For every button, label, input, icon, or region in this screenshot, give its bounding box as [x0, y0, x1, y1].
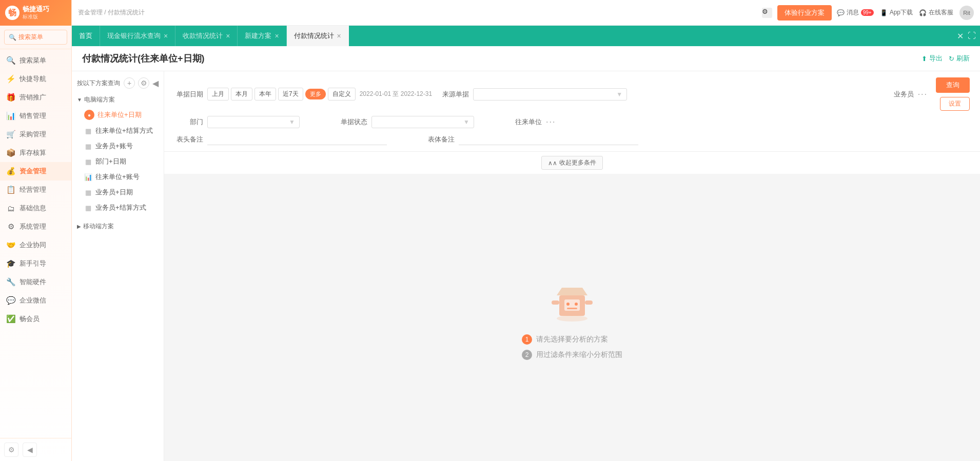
mobile-section-label: 移动端方案 [83, 222, 114, 231]
export-button[interactable]: ⬆ 导出 [922, 54, 943, 63]
tab-cash-flow-label: 现金银行流水查询 [107, 31, 161, 41]
scheme-item-icon: ▦ [84, 204, 92, 212]
dept-select-arrow-icon: ▼ [289, 118, 295, 126]
sidebar-item-cooperation[interactable]: 🤝 企业协同 [0, 236, 71, 254]
tab-collection-stats[interactable]: 收款情况统计 × [175, 26, 238, 46]
sidebar-item-member[interactable]: ✅ 畅会员 [0, 310, 71, 328]
scheme-item-icon: ▦ [84, 127, 92, 135]
maximize-button[interactable]: ⛶ [968, 31, 976, 41]
search-menu-button[interactable]: 🔍 搜索菜单 [4, 30, 67, 45]
empty-tip-2-text: 用过滤条件来缩小分析范围 [536, 350, 622, 359]
scheme-settings-button[interactable]: ⚙ [138, 77, 149, 89]
query-button[interactable]: 查询 [936, 77, 970, 93]
table-body-remark-field: 表体备注 [426, 133, 638, 145]
refresh-button[interactable]: ↻ 刷新 [949, 54, 970, 63]
scheme-collapse-button[interactable]: ◀ [152, 78, 159, 88]
quick-nav-icon: ⚡ [6, 74, 15, 84]
sidebar-item-label: 销售管理 [19, 111, 46, 121]
collapse-more-button[interactable]: ∧∧ 收起更多条件 [541, 156, 603, 170]
breadcrumb: 资金管理 / 付款情况统计 [78, 8, 757, 17]
search-icon: 🔍 [9, 34, 16, 41]
scheme-item-unit-settle[interactable]: ▦ 往来单位+结算方式 [72, 123, 164, 138]
sidebar-item-capital[interactable]: 💰 资金管理 [0, 162, 71, 181]
dept-select[interactable]: ▼ [207, 116, 300, 128]
settings-footer-button[interactable]: ⚙ [4, 443, 18, 457]
tabs-end-buttons: ✕ ⛶ [953, 26, 980, 46]
scheme-item-unit-date[interactable]: ● 往来单位+日期 [72, 107, 164, 123]
collapse-sidebar-button[interactable]: ◀ [23, 443, 37, 457]
filter-row-2: 部门 ▼ 单据状态 ▼ [174, 116, 970, 128]
sidebar-item-purchase[interactable]: 🛒 采购管理 [0, 125, 71, 144]
sidebar-item-system[interactable]: ⚙ 系统管理 [0, 217, 71, 236]
logo-name: 畅捷通巧 [23, 5, 49, 13]
sidebar-item-label: 智能硬件 [19, 277, 46, 287]
scheme-item-dept-date[interactable]: ▦ 部门+日期 [72, 154, 164, 169]
settings-button[interactable]: 设置 [940, 97, 970, 111]
scheme-item-label: 往来单位+结算方式 [95, 126, 153, 135]
tab-cash-flow-close-icon[interactable]: × [164, 32, 168, 39]
sidebar-item-inventory[interactable]: 📦 库存核算 [0, 144, 71, 162]
tip-num-2: 2 [522, 350, 532, 360]
app-download-label: App下载 [890, 8, 913, 17]
sidebar-item-marketing[interactable]: 🎁 营销推广 [0, 88, 71, 107]
scheme-item-label: 业务员+账号 [95, 142, 133, 151]
sidebar-item-label: 企业微信 [19, 296, 46, 305]
sidebar-item-operation[interactable]: 📋 经营管理 [0, 181, 71, 199]
settings-footer-icon: ⚙ [8, 446, 15, 454]
user-avatar-text: Rit [963, 10, 970, 16]
source-select[interactable]: ▼ [473, 88, 627, 101]
sidebar-item-search[interactable]: 🔍 搜索菜单 [0, 51, 71, 70]
partner-input[interactable]: ··· [546, 117, 556, 127]
date-btn-this-month[interactable]: 本月 [231, 88, 252, 101]
sidebar-item-quick-nav[interactable]: ⚡ 快捷导航 [0, 70, 71, 88]
source-select-arrow-icon: ▼ [616, 91, 622, 98]
sidebar-item-hardware[interactable]: 🔧 智能硬件 [0, 273, 71, 291]
date-btn-last-month[interactable]: 上月 [207, 88, 229, 101]
mobile-section-title[interactable]: ▶ 移动端方案 [72, 219, 164, 233]
topbar-gear-icon[interactable]: ⚙ [762, 8, 772, 18]
tab-collection-stats-close-icon[interactable]: × [226, 32, 230, 39]
online-service-button[interactable]: 🎧 在线客服 [919, 8, 953, 17]
sidebar-item-basic-info[interactable]: 🗂 基础信息 [0, 199, 71, 217]
staff-input[interactable]: ··· [918, 90, 928, 99]
table-header-remark-input[interactable] [207, 133, 387, 145]
date-field: 单据日期 上月 本月 本年 近7天 更多 自定义 2022-01-01 至 20… [174, 88, 432, 101]
doc-status-select[interactable]: ▼ [371, 116, 474, 128]
add-scheme-button[interactable]: + [124, 77, 135, 89]
sidebar-nav: 🔍 搜索菜单 ⚡ 快捷导航 🎁 营销推广 📊 销售管理 🛒 采购管理 📦 库存核… [0, 49, 71, 438]
wechat-icon: 💬 [6, 296, 15, 305]
tab-cash-flow[interactable]: 现金银行流水查询 × [100, 26, 175, 46]
svg-point-5 [575, 303, 578, 306]
tab-new-scheme[interactable]: 新建方案 × [238, 26, 286, 46]
dept-label: 部门 [174, 117, 203, 127]
app-download-button[interactable]: 📱 App下载 [880, 8, 913, 17]
date-btn-more[interactable]: 更多 [305, 89, 326, 99]
tab-home[interactable]: 首页 [72, 26, 100, 46]
date-btn-last-7d[interactable]: 近7天 [278, 88, 303, 101]
sidebar-item-label: 搜索菜单 [19, 56, 46, 65]
desktop-section-title[interactable]: ▼ 电脑端方案 [72, 93, 164, 107]
online-service-label: 在线客服 [929, 8, 953, 17]
search-nav-icon: 🔍 [6, 56, 15, 65]
date-btn-this-year[interactable]: 本年 [254, 88, 276, 101]
scheme-item-unit-account[interactable]: 📊 往来单位+账号 [72, 169, 164, 185]
scheme-item-staff-account[interactable]: ▦ 业务员+账号 [72, 138, 164, 154]
tab-payment-stats[interactable]: 付款情况统计 × [287, 26, 349, 46]
user-avatar[interactable]: Rit [959, 6, 974, 20]
table-body-remark-input[interactable] [459, 133, 638, 145]
query-btn-area: 查询 设置 [936, 77, 970, 111]
date-btn-custom[interactable]: 自定义 [328, 88, 356, 101]
sidebar-item-sales[interactable]: 📊 销售管理 [0, 107, 71, 125]
tab-new-scheme-close-icon[interactable]: × [275, 32, 279, 39]
scheme-item-staff-date[interactable]: ▦ 业务员+日期 [72, 185, 164, 200]
sidebar-item-wechat[interactable]: 💬 企业微信 [0, 291, 71, 310]
message-button[interactable]: 💬 消息 99+ [837, 8, 874, 17]
sidebar-item-guide[interactable]: 🎓 新手引导 [0, 254, 71, 273]
tab-payment-stats-close-icon[interactable]: × [337, 32, 341, 39]
sales-icon: 📊 [6, 111, 15, 121]
industry-scheme-button[interactable]: 体验行业方案 [777, 5, 832, 21]
scheme-item-label: 业务员+日期 [95, 188, 133, 197]
close-all-tabs-button[interactable]: ✕ [957, 31, 964, 41]
scheme-item-staff-settle[interactable]: ▦ 业务员+结算方式 [72, 200, 164, 215]
scheme-item-label: 往来单位+日期 [97, 110, 142, 119]
